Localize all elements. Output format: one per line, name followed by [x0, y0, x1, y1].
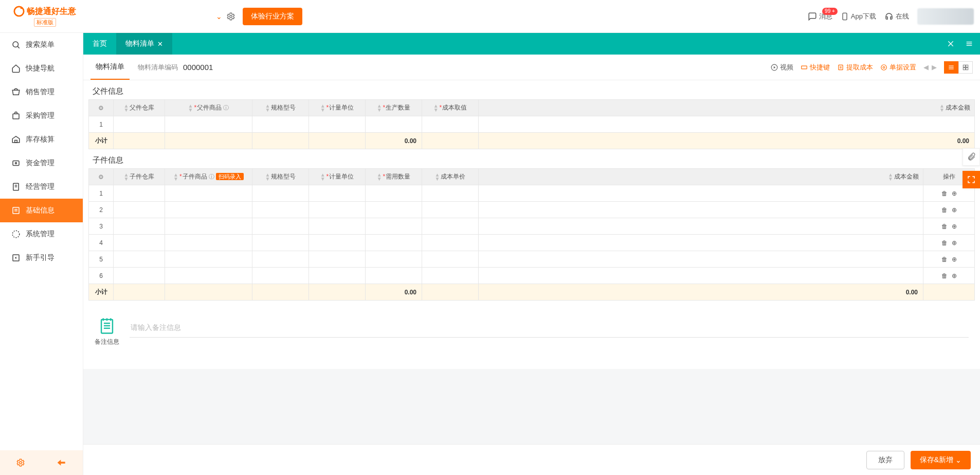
sidebar-item-system[interactable]: 系统管理: [0, 222, 83, 246]
sidebar-collapse-icon[interactable]: [57, 459, 67, 466]
tab-home[interactable]: 首页: [83, 33, 116, 55]
tool-extract-cost[interactable]: 提取成本: [837, 63, 873, 72]
chat-icon: [808, 12, 817, 21]
delete-row-icon[interactable]: 🗑: [941, 223, 948, 230]
view-list-icon[interactable]: [944, 61, 958, 74]
col-child-spec[interactable]: ▲▼规格型号: [252, 169, 309, 185]
view-toggle: [944, 61, 973, 74]
svg-rect-8: [15, 140, 17, 143]
gear-icon[interactable]: ⚙: [98, 173, 104, 181]
svg-rect-27: [839, 65, 843, 69]
next-doc-icon[interactable]: ▶: [932, 63, 937, 71]
help-icon[interactable]: ⓘ: [209, 173, 214, 180]
col-parent-product[interactable]: ▲▼*父件商品 ⓘ: [165, 100, 252, 116]
col-parent-spec[interactable]: ▲▼规格型号: [252, 100, 309, 116]
sidebar-item-inventory[interactable]: 库存核算: [0, 128, 83, 151]
chevron-down-icon[interactable]: ⌄: [216, 12, 222, 21]
add-row-icon[interactable]: ⊕: [952, 239, 957, 247]
table-row[interactable]: 3🗑⊕: [89, 218, 975, 235]
svg-rect-35: [963, 67, 965, 69]
add-row-icon[interactable]: ⊕: [952, 256, 957, 263]
table-row[interactable]: 2🗑⊕: [89, 202, 975, 218]
save-new-button[interactable]: 保存&新增⌄: [911, 451, 971, 469]
col-parent-uom[interactable]: ▲▼*计量单位: [309, 100, 366, 116]
tab-menu-icon[interactable]: [963, 37, 976, 50]
sidebar-item-quicknav[interactable]: 快捷导航: [0, 57, 83, 80]
help-icon[interactable]: ⓘ: [223, 104, 229, 111]
sidebar-settings-icon[interactable]: [16, 458, 25, 467]
discard-button[interactable]: 放弃: [866, 451, 904, 469]
app-download-button[interactable]: App下载: [841, 12, 876, 21]
sidebar-item-search[interactable]: 搜索菜单: [0, 33, 83, 57]
add-row-icon[interactable]: ⊕: [952, 206, 957, 214]
messages-button[interactable]: 消息 99 +: [808, 12, 832, 21]
sidebar-item-sales[interactable]: 销售管理: [0, 80, 83, 104]
col-parent-qty[interactable]: ▲▼*生产数量: [366, 100, 422, 116]
org-input[interactable]: [104, 9, 212, 24]
inventory-icon: [11, 135, 21, 144]
online-label: 在线: [896, 12, 909, 21]
delete-row-icon[interactable]: 🗑: [941, 239, 948, 247]
doc-tab[interactable]: 物料清单: [90, 55, 130, 80]
delete-row-icon[interactable]: 🗑: [941, 190, 948, 197]
sidebar-item-basic[interactable]: 基础信息: [0, 199, 83, 222]
sidebar-item-ops[interactable]: 经营管理: [0, 175, 83, 199]
sidebar-item-funds[interactable]: 资金管理: [0, 151, 83, 175]
child-table: ⚙ ▲▼子件仓库 ▲▼*子件商品 ⓘ扫码录入 ▲▼规格型号 ▲▼*计量单位 ▲▼…: [88, 168, 975, 301]
col-parent-warehouse[interactable]: ▲▼父件仓库: [114, 100, 165, 116]
col-child-unitcost[interactable]: ▲▼成本单价: [422, 169, 479, 185]
gear-icon[interactable]: ⚙: [98, 104, 104, 112]
tab-close-all-icon[interactable]: [944, 37, 957, 50]
table-row[interactable]: 6🗑⊕: [89, 268, 975, 284]
add-row-icon[interactable]: ⊕: [952, 223, 957, 230]
view-card-icon[interactable]: [958, 61, 973, 74]
attachment-icon[interactable]: [963, 148, 980, 166]
delete-row-icon[interactable]: 🗑: [941, 256, 948, 263]
col-child-needqty[interactable]: ▲▼*需用数量: [366, 169, 422, 185]
fullscreen-icon[interactable]: [963, 171, 980, 188]
col-child-product[interactable]: ▲▼*子件商品 ⓘ扫码录入: [165, 169, 252, 185]
col-child-uom[interactable]: ▲▼*计量单位: [309, 169, 366, 185]
remark-input[interactable]: [130, 317, 969, 338]
add-row-icon[interactable]: ⊕: [952, 272, 957, 279]
delete-row-icon[interactable]: 🗑: [941, 272, 948, 279]
sidebar-item-purchase[interactable]: 采购管理: [0, 104, 83, 128]
user-avatar-blur[interactable]: [917, 8, 974, 25]
delete-row-icon[interactable]: 🗑: [941, 206, 948, 214]
table-row[interactable]: 5🗑⊕: [89, 251, 975, 268]
svg-rect-34: [966, 65, 968, 67]
col-parent-costamount[interactable]: ▲▼成本金额: [479, 100, 975, 116]
tab-label: 物料清单: [125, 39, 154, 48]
sidebar-item-label: 基础信息: [26, 206, 55, 215]
tab-bom[interactable]: 物料清单 ✕: [116, 33, 172, 55]
scan-input-badge[interactable]: 扫码录入: [216, 173, 244, 180]
org-gear-icon[interactable]: [226, 12, 235, 21]
table-row[interactable]: 1: [89, 116, 975, 133]
doc-code-value: 0000001: [183, 63, 213, 72]
col-child-warehouse[interactable]: ▲▼子件仓库: [114, 169, 165, 185]
online-support-button[interactable]: 在线: [884, 12, 909, 21]
prev-doc-icon[interactable]: ◀: [923, 63, 929, 71]
main: 首页 物料清单 ✕ 物料清单 物料清单编码 0000001 视频 快捷键: [83, 33, 980, 475]
add-row-icon[interactable]: ⊕: [952, 190, 957, 197]
header-right: 消息 99 + App下载 在线: [808, 8, 974, 25]
tool-bill-setting[interactable]: 单据设置: [880, 63, 916, 72]
table-row[interactable]: 4🗑⊕: [89, 235, 975, 251]
col-parent-costmethod[interactable]: ▲▼*成本取值: [422, 100, 479, 116]
sidebar-item-label: 销售管理: [26, 87, 55, 97]
tool-video[interactable]: 视频: [771, 63, 793, 72]
svg-point-5: [13, 42, 19, 47]
org-selector[interactable]: ⌄: [104, 9, 222, 24]
remark-block: 备注信息: [88, 310, 975, 359]
col-child-costamount[interactable]: ▲▼成本金额: [479, 169, 923, 185]
close-icon[interactable]: ✕: [157, 40, 163, 48]
home-icon: [11, 64, 21, 73]
sidebar-item-guide[interactable]: 新手引导: [0, 246, 83, 270]
sidebar-item-label: 搜索菜单: [26, 40, 55, 49]
headset-icon: [884, 12, 894, 21]
search-icon: [11, 40, 21, 49]
tool-shortcut[interactable]: 快捷键: [801, 63, 830, 72]
chevron-down-icon: ⌄: [955, 456, 961, 464]
table-row[interactable]: 1🗑⊕: [89, 185, 975, 202]
cta-industry-button[interactable]: 体验行业方案: [243, 8, 302, 25]
